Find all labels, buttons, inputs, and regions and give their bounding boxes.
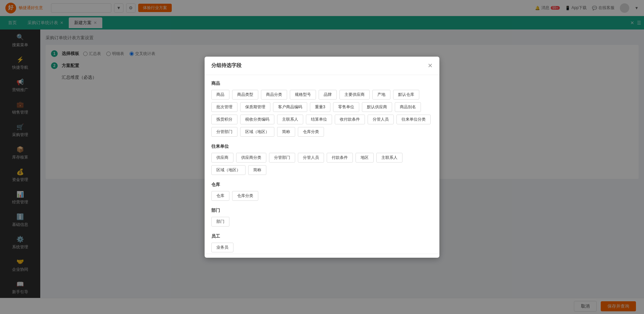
field-tag-1-4[interactable]: 付款条件 <box>327 153 353 163</box>
field-tag-0-16[interactable]: 税收分类编码 <box>240 115 274 124</box>
field-tag-1-3[interactable]: 分管人员 <box>298 153 324 163</box>
field-grid-4: 业务员 <box>211 243 433 252</box>
field-tag-3-0[interactable]: 部门 <box>211 217 229 227</box>
modal-close-icon[interactable]: ✕ <box>428 62 433 69</box>
field-tag-1-8[interactable]: 简称 <box>248 165 266 175</box>
field-tag-2-0[interactable]: 仓库 <box>211 191 229 201</box>
field-tag-0-18[interactable]: 结算单位 <box>306 115 332 124</box>
field-section-2: 仓库仓库仓库分类 <box>211 182 433 201</box>
section-title-3: 部门 <box>211 207 433 213</box>
field-tag-0-23[interactable]: 区域（地区） <box>240 127 274 137</box>
field-tag-0-4[interactable]: 品牌 <box>319 90 337 100</box>
field-tag-0-2[interactable]: 商品分类 <box>261 90 287 100</box>
modal-body[interactable]: 商品商品商品类型商品分类规格型号品牌主要供应商产地默认仓库批次管理保质期管理客户… <box>205 75 439 254</box>
field-tag-1-1[interactable]: 供应商分类 <box>236 153 266 163</box>
modal-horizontal-scrollbar[interactable] <box>205 254 439 258</box>
field-tag-0-25[interactable]: 仓库分类 <box>298 127 324 137</box>
field-tag-4-0[interactable]: 业务员 <box>211 243 233 252</box>
field-tag-0-14[interactable]: 商品别名 <box>395 102 421 112</box>
field-tag-0-19[interactable]: 收付款条件 <box>335 115 365 124</box>
field-tag-1-2[interactable]: 分管部门 <box>269 153 295 163</box>
field-tag-0-12[interactable]: 零售单位 <box>333 102 359 112</box>
modal-overlay: 分组待选字段 ✕ 商品商品商品类型商品分类规格型号品牌主要供应商产地默认仓库批次… <box>0 0 644 314</box>
field-tag-0-9[interactable]: 保质期管理 <box>240 102 270 112</box>
field-tag-0-17[interactable]: 主联系人 <box>277 115 303 124</box>
field-tag-1-7[interactable]: 区域（地区） <box>211 165 246 175</box>
field-tag-0-8[interactable]: 批次管理 <box>211 102 237 112</box>
modal: 分组待选字段 ✕ 商品商品商品类型商品分类规格型号品牌主要供应商产地默认仓库批次… <box>205 57 439 258</box>
field-tag-0-10[interactable]: 客户商品编码 <box>273 102 307 112</box>
field-tag-0-1[interactable]: 商品类型 <box>232 90 258 100</box>
section-title-0: 商品 <box>211 80 433 86</box>
modal-header: 分组待选字段 ✕ <box>205 57 439 75</box>
field-tag-0-0[interactable]: 商品 <box>211 90 229 100</box>
field-tag-0-6[interactable]: 产地 <box>372 90 390 100</box>
field-section-0: 商品商品商品类型商品分类规格型号品牌主要供应商产地默认仓库批次管理保质期管理客户… <box>211 80 433 137</box>
field-grid-2: 仓库仓库分类 <box>211 191 433 201</box>
field-section-4: 员工业务员 <box>211 233 433 252</box>
field-section-1: 往来单位供应商供应商分类分管部门分管人员付款条件地区主联系人区域（地区）简称 <box>211 143 433 175</box>
field-tag-0-22[interactable]: 分管部门 <box>211 127 237 137</box>
modal-title: 分组待选字段 <box>211 62 241 69</box>
field-section-3: 部门部门 <box>211 207 433 227</box>
section-title-2: 仓库 <box>211 182 433 188</box>
field-tag-0-21[interactable]: 往来单位分类 <box>396 115 431 124</box>
field-tag-0-5[interactable]: 主要供应商 <box>339 90 370 100</box>
field-tag-0-3[interactable]: 规格型号 <box>290 90 316 100</box>
field-tag-0-13[interactable]: 默认供应商 <box>362 102 392 112</box>
field-tag-2-1[interactable]: 仓库分类 <box>232 191 258 201</box>
field-tag-0-11[interactable]: 重量3 <box>310 102 330 112</box>
section-title-1: 往来单位 <box>211 143 433 149</box>
field-tag-1-6[interactable]: 主联系人 <box>376 153 402 163</box>
field-tag-0-24[interactable]: 简称 <box>277 127 295 137</box>
field-grid-1: 供应商供应商分类分管部门分管人员付款条件地区主联系人区域（地区）简称 <box>211 153 433 175</box>
field-grid-0: 商品商品类型商品分类规格型号品牌主要供应商产地默认仓库批次管理保质期管理客户商品… <box>211 90 433 137</box>
field-tag-0-15[interactable]: 拣货积分 <box>211 115 237 124</box>
field-tag-1-5[interactable]: 地区 <box>356 153 374 163</box>
field-tag-0-7[interactable]: 默认仓库 <box>393 90 419 100</box>
section-title-4: 员工 <box>211 233 433 239</box>
field-grid-3: 部门 <box>211 217 433 227</box>
field-tag-0-20[interactable]: 分管人员 <box>368 115 394 124</box>
field-tag-1-0[interactable]: 供应商 <box>211 153 233 163</box>
